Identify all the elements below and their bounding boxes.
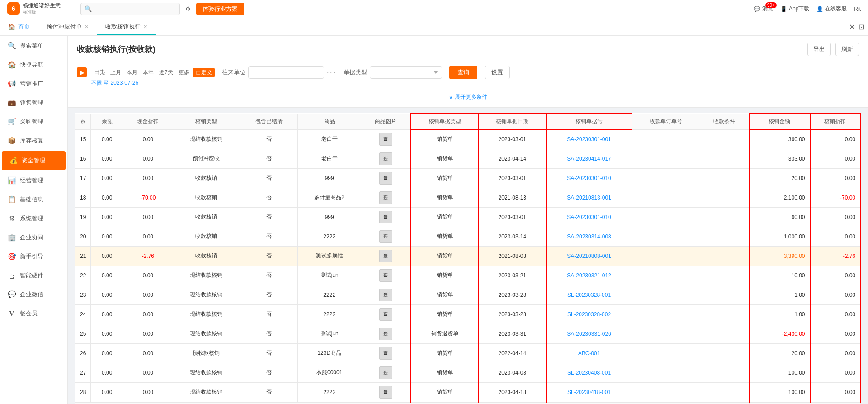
row-cancel-doc-date: 2023-04-08 [479,363,547,382]
row-goods: 999 [298,207,361,227]
date-btn-thisyear[interactable]: 本年 [141,68,156,77]
col-cash-discount-header: 现金折扣 [123,114,173,129]
tab-prepay[interactable]: 预付冲应付单 ✕ [38,18,97,35]
row-cancel-discount: 0.00 [810,285,860,304]
online-service-btn[interactable]: 👤 在线客服 [816,5,847,13]
industry-btn[interactable]: 体验行业方案 [196,3,244,15]
row-include-settled: 否 [240,129,298,149]
row-cancel-doc-no: SL-20230328-002 [546,304,632,324]
row-cancel-amount: 1,000.00 [749,227,810,246]
export-btn[interactable]: 导出 [807,43,831,56]
app-download-btn[interactable]: 📱 App下载 [780,5,809,13]
tab-home[interactable]: 🏠 首页 [0,18,38,35]
row-include-settled: 否 [240,285,298,304]
row-goods: 2222 [298,304,361,324]
date-btn-lastmonth[interactable]: 上月 [108,68,123,77]
purchase-icon: 🛒 [7,118,16,126]
message-btn[interactable]: 💬 消息 99+ [754,5,773,13]
row-id: 24 [75,304,91,324]
goods-img-cell: 🖼 [361,246,411,266]
row-include-settled: 否 [240,246,298,266]
search-menu-icon: 🔍 [7,42,16,50]
date-btn-7days[interactable]: 近7天 [157,68,175,77]
row-include-settled: 否 [240,324,298,343]
table-row: 16 0.00 0.00 预付冲应收 否 老白干 🖼 销货单 2023-04-1… [75,149,861,168]
tab-prepay-close[interactable]: ✕ [85,24,89,30]
expand-more-btn[interactable]: ∨ 展开更多条件 [443,91,493,103]
row-cancel-doc-no: SL-20230418-001 [546,382,632,402]
row-cancel-amount: 100.00 [749,363,810,382]
sidebar-item-hardware[interactable]: 🖨 智能硬件 [0,266,67,285]
date-btn-more[interactable]: 更多 [177,68,191,77]
table-row: 15 0.00 0.00 现结收款核销 否 老白干 🖼 销货单 2023-03-… [75,129,861,149]
row-cancel-discount: 0.00 [810,207,860,227]
party-input[interactable] [248,66,324,79]
row-receipt-order [632,266,699,285]
row-receipt-order [632,382,699,402]
expand-arrow-btn[interactable]: ▶ [77,67,87,77]
row-cancel-discount: 0.00 [810,168,860,188]
sidebar-item-collab[interactable]: 🏢 企业协同 [0,228,67,247]
row-goods: 2222 [298,227,361,246]
refresh-btn[interactable]: 刷新 [835,43,859,56]
date-btn-thismonth[interactable]: 本月 [125,68,139,77]
main-layout: 🔍 搜索菜单 🏠 快捷导航 📢 营销推广 💼 销售管理 🛒 采购管理 📦 库存核… [0,36,868,404]
row-balance: 0.00 [91,382,123,402]
doc-type-select[interactable] [370,66,442,79]
sidebar-item-operations[interactable]: 📊 经营管理 [0,171,67,190]
sidebar-item-purchase[interactable]: 🛒 采购管理 [0,112,67,131]
sidebar-item-inventory[interactable]: 📦 库存核算 [0,131,67,150]
sidebar-item-search[interactable]: 🔍 搜索菜单 [0,36,67,55]
tab-cancel-close[interactable]: ✕ [143,24,147,30]
date-btn-custom[interactable]: 自定义 [193,68,215,77]
query-btn[interactable]: 查询 [449,66,477,79]
search-box[interactable]: 🔍 [80,3,180,15]
filter-doc-type: 单据类型 [344,66,442,79]
row-cancel-type: 现结收款核销 [173,266,240,285]
table-row: 18 0.00 -70.00 收款核销 否 多计量商品2 🖼 销货单 2021-… [75,188,861,207]
row-cancel-amount: 10.00 [749,266,810,285]
sidebar-item-wechat[interactable]: 💬 企业微信 [0,285,67,304]
tab-cancel[interactable]: 收款核销执行 ✕ [97,18,156,35]
col-cancel-amount-header: 核销金额 [749,114,810,129]
row-receipt-order [632,363,699,382]
window-maximize-btn[interactable]: ⊡ [859,23,864,31]
row-cancel-doc-date: 2023-04-18 [479,382,547,402]
gear-icon[interactable]: ⚙ [185,5,191,12]
row-goods: 老白干 [298,129,361,149]
col-goods-img-header: 商品图片 [361,114,411,129]
sidebar-item-nav[interactable]: 🏠 快捷导航 [0,55,67,74]
row-receipt-order [632,304,699,324]
row-cash-discount: -2.76 [123,246,173,266]
row-balance: 0.00 [91,304,123,324]
sidebar-item-guide[interactable]: 🎯 新手引导 [0,247,67,266]
sidebar-item-system[interactable]: ⚙ 系统管理 [0,209,67,228]
window-close-btn[interactable]: ✕ [849,23,855,31]
filter-dots: ··· [327,68,336,77]
table-footer: 40,556,66... 952.24 [75,402,861,404]
row-goods: 衣服00001 [298,363,361,382]
filter-date: 日期 上月 本月 本年 近7天 更多 自定义 [94,68,215,77]
row-cancel-type: 现结收款核销 [173,363,240,382]
row-id: 16 [75,149,91,168]
search-icon: 🔍 [85,5,92,12]
row-cancel-doc-date: 2022-04-14 [479,343,547,363]
goods-img-cell: 🖼 [361,227,411,246]
row-receipt-condition [699,285,750,304]
row-cash-discount: 0.00 [123,227,173,246]
sidebar-item-member[interactable]: V 畅会员 [0,304,67,323]
user-name[interactable]: Rit [854,6,861,12]
sidebar-item-marketing[interactable]: 📢 营销推广 [0,74,67,93]
goods-img-cell: 🖼 [361,149,411,168]
row-cash-discount: 0.00 [123,382,173,402]
filter-party: 往来单位 ··· [222,66,336,79]
sidebar-item-finance[interactable]: 💰 资金管理 [2,151,66,170]
row-cancel-discount: -2.76 [810,246,860,266]
row-include-settled: 否 [240,343,298,363]
home-nav-icon: 🏠 [7,61,16,69]
row-cancel-type: 现结收款核销 [173,324,240,343]
sidebar-item-sales[interactable]: 💼 销售管理 [0,93,67,112]
sidebar-item-basic[interactable]: 📋 基础信息 [0,190,67,209]
settings-btn[interactable]: 设置 [485,66,510,79]
gear-settings[interactable]: ⚙ [185,5,191,12]
